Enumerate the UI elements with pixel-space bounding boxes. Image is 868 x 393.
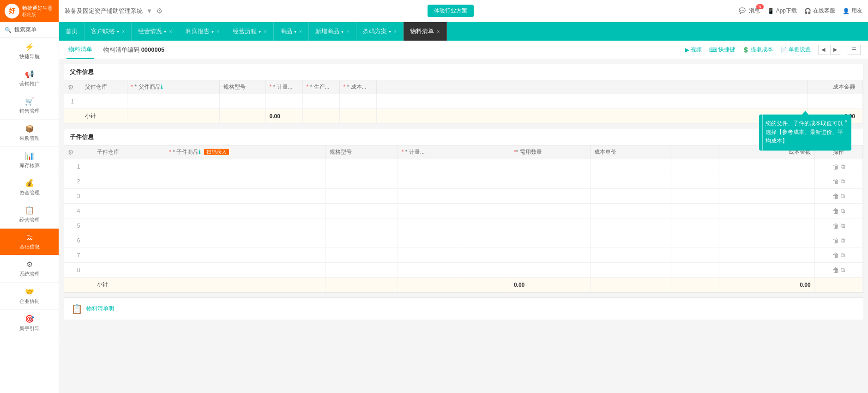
child-delete-8[interactable]: 🗑	[832, 266, 839, 274]
next-arrow-btn[interactable]: ▶	[830, 45, 840, 55]
child-unit-cost-4[interactable]	[590, 204, 670, 218]
prev-arrow-btn[interactable]: ◀	[818, 45, 828, 55]
child-qty-3[interactable]	[510, 189, 590, 204]
child-measure-5[interactable]	[398, 218, 462, 233]
page-tab-bom-list[interactable]: 物料清单	[66, 41, 94, 59]
sidebar-item-sales[interactable]: 🛒 销售管理	[0, 92, 59, 120]
child-product-7[interactable]	[165, 248, 326, 263]
child-product-1[interactable]	[165, 159, 326, 174]
child-unit-cost-7[interactable]	[590, 248, 670, 263]
child-unit-cost-3[interactable]	[590, 189, 670, 204]
sidebar-item-marketing[interactable]: 📢 营销推广	[0, 65, 59, 92]
child-warehouse-3[interactable]	[93, 189, 165, 204]
child-spec-3[interactable]	[326, 189, 398, 204]
child-spec-6[interactable]	[326, 233, 398, 248]
child-unit-cost-5[interactable]	[590, 218, 670, 233]
tab-profit-close[interactable]: ×	[217, 29, 219, 34]
child-measure-4[interactable]	[398, 204, 462, 218]
parent-measure-1[interactable]	[265, 94, 302, 109]
sidebar-item-guide[interactable]: 🎯 新手引导	[0, 310, 59, 337]
child-delete-5[interactable]: 🗑	[832, 222, 839, 230]
child-qty-1[interactable]	[510, 159, 590, 174]
child-unit-cost-1[interactable]	[590, 159, 670, 174]
tab-barcode[interactable]: 条码方案 ▾ ×	[356, 22, 404, 41]
sidebar-item-quick-nav[interactable]: ⚡ 快捷导航	[0, 38, 59, 65]
tab-bom-close[interactable]: ×	[437, 29, 440, 34]
child-warehouse-5[interactable]	[93, 218, 165, 233]
online-service-btn[interactable]: 🎧 在线客服	[804, 7, 835, 15]
tab-ops-status-close[interactable]: ×	[169, 29, 172, 34]
child-spec-1[interactable]	[326, 159, 398, 174]
child-delete-1[interactable]: 🗑	[832, 163, 839, 170]
experience-btn[interactable]: 体验行业方案	[428, 5, 474, 17]
child-measure-6[interactable]	[398, 233, 462, 248]
child-spec-8[interactable]	[326, 263, 398, 278]
child-unit-cost-2[interactable]	[590, 174, 670, 189]
child-delete-7[interactable]: 🗑	[832, 252, 839, 259]
child-qty-5[interactable]	[510, 218, 590, 233]
parent-spec-1[interactable]	[219, 94, 265, 109]
child-product-4[interactable]	[165, 204, 326, 218]
child-warehouse-7[interactable]	[93, 248, 165, 263]
child-qty-4[interactable]	[510, 204, 590, 218]
extract-cost-action[interactable]: 💲 提取成本	[742, 46, 773, 54]
child-warehouse-8[interactable]	[93, 263, 165, 278]
tab-new-goods-close[interactable]: ×	[346, 29, 349, 34]
parent-cost-1[interactable]	[339, 94, 376, 109]
child-warehouse-2[interactable]	[93, 174, 165, 189]
message-btn[interactable]: 💬 6 消息	[739, 7, 760, 15]
child-product-3[interactable]	[165, 189, 326, 204]
tooltip-close-btn[interactable]: ×	[844, 117, 848, 126]
app-download-btn[interactable]: 📱 App下载	[767, 7, 797, 15]
child-copy-4[interactable]: ⧉	[841, 207, 845, 215]
child-warehouse-4[interactable]	[93, 204, 165, 218]
child-delete-2[interactable]: 🗑	[832, 178, 839, 185]
tab-customer-close[interactable]: ×	[122, 29, 125, 34]
child-measure-7[interactable]	[398, 248, 462, 263]
child-measure-2[interactable]	[398, 174, 462, 189]
tab-goods-close[interactable]: ×	[299, 29, 302, 34]
tab-barcode-close[interactable]: ×	[394, 29, 397, 34]
settings-icon[interactable]: ⚙	[156, 6, 163, 15]
child-qty-8[interactable]	[510, 263, 590, 278]
sidebar-item-purchase[interactable]: 📦 采购管理	[0, 120, 59, 147]
child-copy-7[interactable]: ⧉	[841, 252, 845, 259]
scan-badge[interactable]: 扫码录入	[204, 149, 229, 155]
child-product-2[interactable]	[165, 174, 326, 189]
sidebar-item-finance[interactable]: 💰 资金管理	[0, 174, 59, 201]
child-warehouse-6[interactable]	[93, 233, 165, 248]
sidebar-search[interactable]: 🔍 搜索菜单	[0, 22, 59, 38]
tab-new-goods[interactable]: 新增商品 ▾ ×	[309, 22, 356, 41]
tab-ops-history[interactable]: 经营历程 ▾ ×	[226, 22, 273, 41]
sidebar-item-enterprise[interactable]: 🤝 企业协同	[0, 283, 59, 310]
child-measure-8[interactable]	[398, 263, 462, 278]
child-unit-cost-6[interactable]	[590, 233, 670, 248]
child-copy-1[interactable]: ⧉	[841, 163, 845, 170]
tab-home[interactable]: 首页	[59, 22, 84, 41]
child-copy-6[interactable]: ⧉	[841, 237, 845, 244]
parent-product-1[interactable]	[127, 94, 219, 109]
child-product-6[interactable]	[165, 233, 326, 248]
child-warehouse-1[interactable]	[93, 159, 165, 174]
child-spec-4[interactable]	[326, 204, 398, 218]
sidebar-item-system[interactable]: ⚙ 系统管理	[0, 255, 59, 283]
child-copy-3[interactable]: ⧉	[841, 193, 845, 200]
child-delete-3[interactable]: 🗑	[832, 193, 839, 200]
single-settings-action[interactable]: 📄 单据设置	[780, 46, 811, 54]
topbar-dropdown-arrow[interactable]: ▼	[146, 7, 152, 14]
child-spec-7[interactable]	[326, 248, 398, 263]
child-delete-4[interactable]: 🗑	[832, 207, 839, 215]
sidebar-item-basic-info[interactable]: 🗂 基础信息	[0, 229, 59, 255]
sidebar-item-inventory[interactable]: 📊 库存核算	[0, 147, 59, 174]
parent-settings-gear[interactable]: ⚙	[68, 84, 74, 91]
sidebar-item-operations[interactable]: 📋 经营管理	[0, 201, 59, 229]
tab-bom[interactable]: 物料清单 ×	[404, 22, 446, 41]
tab-ops-history-close[interactable]: ×	[264, 29, 266, 34]
user-btn[interactable]: 👤 用友	[843, 7, 862, 15]
view-action[interactable]: ▶ 视频	[685, 46, 702, 54]
child-product-8[interactable]	[165, 263, 326, 278]
child-spec-2[interactable]	[326, 174, 398, 189]
child-copy-2[interactable]: ⧉	[841, 178, 845, 185]
tab-customer[interactable]: 客户联络 ▾ ×	[84, 22, 132, 41]
child-measure-3[interactable]	[398, 189, 462, 204]
